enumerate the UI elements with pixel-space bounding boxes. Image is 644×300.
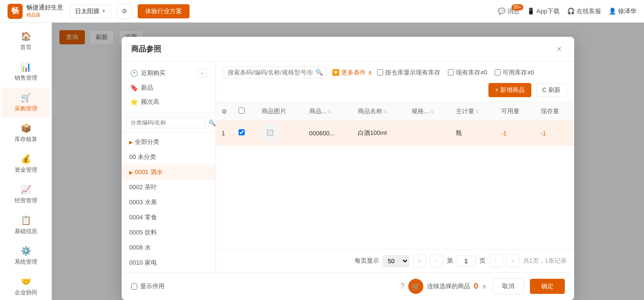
modal-close-button[interactable]: ×	[553, 43, 565, 55]
checkbox-warehouse-label: 按仓库显示现有库存	[385, 68, 440, 77]
sidebar-item-collab[interactable]: 🤝 企业协同	[2, 272, 50, 300]
checkbox-available-stock[interactable]: 现有库存≠0	[448, 68, 487, 77]
category-unclassified[interactable]: 00 未分类	[122, 150, 215, 165]
category-label: 00 未分类	[129, 153, 156, 161]
page-size-select[interactable]: 50 10 20 100	[383, 255, 409, 267]
category-label: 全部分类	[135, 138, 159, 146]
table-header-checkbox[interactable]	[233, 102, 256, 121]
page-unit: 页	[479, 257, 486, 265]
table-header-available[interactable]: 可用量	[495, 102, 535, 121]
frequent-item[interactable]: ⭐ 频次高	[125, 95, 212, 109]
arrow-icon: ▶	[129, 140, 133, 145]
sidebar-item-inventory[interactable]: 📦 库存核算	[2, 118, 50, 148]
category-label: 0010 家电	[129, 258, 157, 267]
collapse-button[interactable]: «	[198, 68, 207, 78]
prev-page-button[interactable]: ‹	[430, 254, 443, 267]
store-selector[interactable]: 日太阳膜 ▼	[70, 5, 111, 18]
logo-area: 畅 畅捷通好生意 精品版	[8, 4, 64, 19]
store-name: 日太阳膜	[75, 7, 99, 16]
first-page-button[interactable]: «	[413, 254, 426, 267]
sidebar-item-label: 经营管理	[15, 197, 37, 205]
settings-button[interactable]: ⚙	[117, 4, 132, 19]
category-label: 0005 饮料	[129, 228, 157, 237]
search-icon[interactable]: 🔍	[315, 69, 323, 76]
table-header-settings[interactable]: ⚙	[216, 102, 233, 121]
right-panel: 🔍 🔽 更多条件 ∧ 按仓库显示现有库存	[216, 62, 574, 272]
table-row[interactable]: 1 🖼 000600... 白酒100ml	[216, 121, 574, 146]
main-layout: 🏠 首页 📊 销售管理 🛒 采购管理 📦 库存核算 💰 资金管理 📈 经营管理 …	[0, 23, 644, 300]
add-product-button[interactable]: + 新增商品	[488, 83, 531, 97]
user-menu[interactable]: 👤 徐泽华	[609, 7, 636, 16]
table-header-stock[interactable]: 现存量	[535, 102, 574, 121]
table-header-code[interactable]: 商品...⇅	[304, 102, 353, 121]
headset-icon: 🎧	[567, 8, 575, 15]
category-search-icon[interactable]: 🔍	[208, 119, 216, 126]
sidebar-item-sales[interactable]: 📊 销售管理	[2, 57, 50, 87]
experience-button[interactable]: 体验行业方案	[138, 4, 190, 18]
category-water[interactable]: 0008 水	[122, 240, 215, 255]
next-page-button[interactable]: ›	[489, 254, 503, 267]
checkbox-usable-stock[interactable]: 可用库存≠0	[495, 68, 534, 77]
operations-icon: 📈	[21, 184, 31, 195]
online-service-label: 在线客服	[577, 7, 601, 16]
checkbox-usable-stock-input[interactable]	[495, 69, 501, 75]
show-disabled-input[interactable]	[131, 283, 137, 290]
cart-count: 0	[474, 282, 478, 291]
page-number-input[interactable]	[457, 256, 476, 267]
table-header-spec[interactable]: 规格...⇅	[406, 102, 450, 121]
table-header-name[interactable]: 商品名称⇅	[352, 102, 406, 121]
confirm-button[interactable]: 确定	[530, 279, 565, 294]
product-search-input[interactable]	[228, 69, 313, 76]
image-placeholder-icon: 🖼	[266, 128, 274, 138]
table-header-unit[interactable]: 主计量⇅	[450, 102, 496, 121]
row-checkbox[interactable]	[233, 121, 256, 146]
category-fruit[interactable]: 0003 水果	[122, 195, 215, 210]
checkbox-warehouse-stock[interactable]: 按仓库显示现有库存	[377, 68, 440, 77]
sidebar-item-operations[interactable]: 📈 经营管理	[2, 180, 50, 209]
last-page-button[interactable]: »	[506, 254, 520, 267]
inventory-icon: 📦	[21, 123, 31, 133]
app-download-button[interactable]: 📱 App下载	[527, 7, 560, 16]
modal-header: 商品参照 ×	[122, 37, 574, 62]
sidebar-item-label: 采购管理	[15, 105, 37, 113]
sidebar-item-basics[interactable]: 📋 基础信息	[2, 210, 50, 240]
message-icon: 💬	[498, 8, 505, 15]
category-search-input[interactable]	[126, 117, 206, 128]
app-label: App下载	[537, 7, 560, 16]
online-service-button[interactable]: 🎧 在线客服	[567, 7, 601, 16]
category-beverage[interactable]: 0005 饮料	[122, 225, 215, 240]
sidebar-item-purchase[interactable]: 🛒 采购管理	[2, 88, 50, 117]
new-product-item[interactable]: 🔖 新品	[125, 81, 212, 95]
left-panel: 🕐 近期购买 « 🔖 新品 ⭐ 频次高	[122, 62, 216, 272]
logo-icon: 畅	[8, 4, 23, 19]
category-snack[interactable]: 0004 零食	[122, 210, 215, 225]
row-spec	[406, 121, 450, 146]
select-all-checkbox[interactable]	[239, 108, 245, 114]
refresh-button[interactable]: C 刷新	[536, 83, 567, 97]
checkbox-warehouse-stock-input[interactable]	[377, 69, 383, 75]
category-liquor[interactable]: ▶ 0001 酒水	[122, 165, 215, 180]
cancel-button[interactable]: 取消	[492, 278, 524, 294]
sidebar-item-system[interactable]: ⚙️ 系统管理	[2, 241, 50, 271]
checkbox-available-stock-input[interactable]	[448, 69, 454, 75]
chevron-down-icon: ▼	[101, 8, 106, 14]
recent-purchase-item[interactable]: 🕐 近期购买 «	[125, 66, 212, 81]
sidebar-item-finance[interactable]: 💰 资金管理	[2, 149, 50, 179]
show-disabled-checkbox[interactable]: 显示停用	[131, 282, 165, 291]
product-reference-modal: 商品参照 × 🕐 近期购买 «	[122, 37, 574, 300]
messages-button[interactable]: 💬 消息 99+	[498, 7, 520, 16]
home-icon: 🏠	[21, 31, 31, 42]
purchase-icon: 🛒	[21, 92, 31, 103]
category-tea[interactable]: 0002 茶叶	[122, 180, 215, 195]
filter-more-button[interactable]: 🔽 更多条件 ∧	[332, 68, 372, 77]
category-all[interactable]: ▶ 全部分类	[122, 134, 215, 150]
modal-body: 🕐 近期购买 « 🔖 新品 ⭐ 频次高	[122, 62, 574, 272]
filter-more-label: 更多条件	[341, 68, 366, 77]
collapse-cart-button[interactable]: ∧	[482, 283, 487, 290]
arrow-icon: ▶	[129, 170, 133, 175]
navbar-right: 💬 消息 99+ 📱 App下载 🎧 在线客服 👤 徐泽华	[498, 7, 636, 16]
help-icon[interactable]: ?	[400, 282, 405, 291]
sidebar-item-home[interactable]: 🏠 首页	[2, 26, 50, 56]
cart-button[interactable]: 🛒	[408, 279, 423, 294]
category-appliance[interactable]: 0010 家电	[122, 255, 215, 270]
